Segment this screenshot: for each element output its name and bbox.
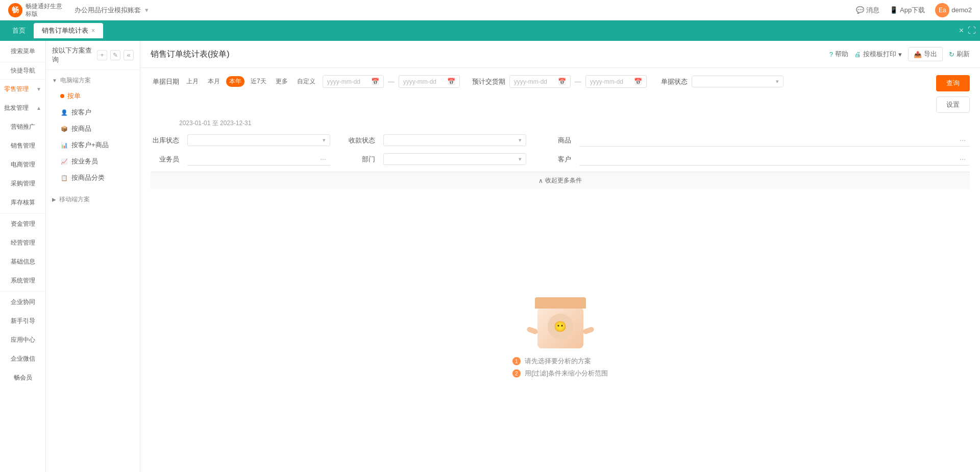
sidebar-item-wholesale[interactable]: 批发管理 ▲ xyxy=(0,99,45,117)
top-bar-right: 💬 消息 📱 App下载 Ea demo2 xyxy=(856,3,972,17)
dept-select[interactable]: ▾ xyxy=(383,153,526,165)
top-bar-left: 畅 畅捷通好生意 标版 办公用品行业模拟账套 ▾ xyxy=(8,3,149,17)
shortcut-last-month[interactable]: 上月 xyxy=(183,76,202,87)
date-range-separator: — xyxy=(388,78,395,85)
collapse-btn[interactable]: ∧ 收起更多条件 xyxy=(538,176,582,185)
scheme-panel-header-icons: + ✎ « xyxy=(97,50,134,60)
scheme-item-by-category[interactable]: 📋 按商品分类 xyxy=(46,170,140,186)
date-end-input[interactable]: yyyy-mm-dd 📅 xyxy=(399,75,460,88)
shortcut-last7[interactable]: 近7天 xyxy=(248,76,270,87)
scheme-item-by-order[interactable]: 按单 xyxy=(46,88,140,104)
scheme-item-by-cust-goods-label: 按客户+商品 xyxy=(71,140,109,150)
tab-active[interactable]: 销售订单统计表 × xyxy=(34,23,103,38)
goods-dots[interactable]: ··· xyxy=(960,136,966,144)
tab-active-label: 销售订单统计表 xyxy=(42,26,88,35)
delivery-status-label: 出库状态 xyxy=(151,136,179,145)
delivery-status-select[interactable]: ▾ xyxy=(187,134,330,146)
top-dropdown-icon[interactable]: ▾ xyxy=(145,6,149,14)
print-dropdown-icon: ▾ xyxy=(898,51,902,58)
sidebar-item-wechat[interactable]: 企业微信 xyxy=(0,349,45,368)
tab-close-btn[interactable]: × xyxy=(91,27,95,34)
user-menu[interactable]: Ea demo2 xyxy=(935,3,972,17)
sidebar-item-ecommerce[interactable]: 电商管理 xyxy=(0,155,45,174)
refresh-btn[interactable]: ↻ 刷新 xyxy=(949,50,970,59)
staff-dots[interactable]: ··· xyxy=(320,155,326,163)
empty-text: 1 请先选择要分析的方案 2 用[过滤]条件来缩小分析范围 xyxy=(512,357,608,381)
scheme-item-by-cust-goods[interactable]: 📊 按客户+商品 xyxy=(46,137,140,153)
quick-nav-btn[interactable]: 快捷导航 xyxy=(0,64,45,77)
scheme-item-by-customer[interactable]: 👤 按客户 xyxy=(46,104,140,121)
sidebar-item-apps[interactable]: 应用中心 xyxy=(0,331,45,349)
shortcut-this-month[interactable]: 本月 xyxy=(205,76,223,87)
filter-area: 单据日期 上月 本月 本年 近7天 更多 自定义 yyyy-mm-dd xyxy=(140,68,980,196)
sidebar-item-operations[interactable]: 经营管理 xyxy=(0,233,45,252)
sidebar-item-inventory[interactable]: 库存核算 xyxy=(0,193,45,212)
sidebar: 搜索菜单 快捷导航 零售管理 ▼ 批发管理 ▲ 营销推广 销售管理 电商管理 采… xyxy=(0,41,46,472)
help-btn[interactable]: ? 帮助 xyxy=(829,50,848,59)
app-download-btn[interactable]: 📱 App下载 xyxy=(890,6,925,15)
help-label: 帮助 xyxy=(835,50,848,59)
sidebar-item-marketing[interactable]: 营销推广 xyxy=(0,117,45,136)
tab-home[interactable]: 首页 xyxy=(4,23,34,38)
expected-date-separator: — xyxy=(575,78,581,85)
window-close-btn[interactable]: × xyxy=(959,26,964,35)
sidebar-item-retail[interactable]: 零售管理 ▼ xyxy=(0,80,45,99)
scheme-item-by-goods[interactable]: 📦 按商品 xyxy=(46,121,140,137)
scheme-item-by-customer-label: 按客户 xyxy=(71,108,91,117)
scheme-group-mobile-arrow: ▶ xyxy=(52,197,56,202)
sidebar-item-basic[interactable]: 基础信息 xyxy=(0,252,45,271)
scheme-group-mobile-title[interactable]: ▶ 移动端方案 xyxy=(46,192,140,207)
expected-date-start-input[interactable]: yyyy-mm-dd 📅 xyxy=(509,75,571,88)
shortcut-this-year[interactable]: 本年 xyxy=(226,76,244,87)
shortcut-custom[interactable]: 自定义 xyxy=(294,76,318,87)
dept-label: 部门 xyxy=(347,155,375,164)
customer-dots[interactable]: ··· xyxy=(960,155,966,163)
sidebar-item-wholesale-label: 批发管理 xyxy=(4,104,29,112)
page-actions: ? 帮助 🖨 按模板打印 ▾ 📤 导出 ↻ 刷新 xyxy=(829,47,970,67)
print-btn[interactable]: 🖨 按模板打印 ▾ xyxy=(854,50,902,59)
settings-btn[interactable]: 设置 xyxy=(936,97,970,113)
expected-end-placeholder: yyyy-mm-dd xyxy=(590,78,623,85)
message-btn[interactable]: 💬 消息 xyxy=(856,6,879,15)
query-btn[interactable]: 查询 xyxy=(936,75,970,91)
message-icon: 💬 xyxy=(856,6,864,14)
action-stack: 查询 设置 xyxy=(936,75,970,113)
expected-start-cal-icon: 📅 xyxy=(558,78,566,85)
top-title: 办公用品行业模拟账套 xyxy=(75,6,141,15)
sidebar-item-finance[interactable]: 资金管理 xyxy=(0,215,45,233)
collapse-row: ∧ 收起更多条件 xyxy=(151,172,970,189)
date-start-cal-icon: 📅 xyxy=(371,78,379,85)
payment-status-select[interactable]: ▾ xyxy=(383,134,526,146)
shortcut-more[interactable]: 更多 xyxy=(273,76,291,87)
print-label: 按模板打印 xyxy=(863,50,896,59)
logo-icon: 畅 xyxy=(8,3,22,17)
logo-area: 畅 畅捷通好生意 标版 xyxy=(8,3,62,17)
scheme-add-btn[interactable]: + xyxy=(97,50,107,60)
sidebar-item-purchase[interactable]: 采购管理 xyxy=(0,174,45,193)
export-btn[interactable]: 📤 导出 xyxy=(908,47,943,61)
message-label: 消息 xyxy=(866,6,879,15)
scheme-group-pc-title[interactable]: ▼ 电脑端方案 xyxy=(46,73,140,88)
date-end-placeholder: yyyy-mm-dd xyxy=(403,78,436,85)
sidebar-item-enterprise[interactable]: 企业协同 xyxy=(0,293,45,312)
expected-date-end-input[interactable]: yyyy-mm-dd 📅 xyxy=(585,75,647,88)
scheme-item-goods-icon: 📦 xyxy=(60,125,68,133)
sidebar-item-system[interactable]: 系统管理 xyxy=(0,271,45,290)
tab-bar-right: × ⛶ xyxy=(959,26,976,35)
scheme-collapse-btn[interactable]: « xyxy=(124,50,134,60)
date-start-input[interactable]: yyyy-mm-dd 📅 xyxy=(323,75,384,88)
search-menu-btn[interactable]: 搜索菜单 xyxy=(4,45,41,58)
empty-illustration: 😶 xyxy=(525,287,596,348)
window-maximize-btn[interactable]: ⛶ xyxy=(968,26,976,35)
expected-end-cal-icon: 📅 xyxy=(634,78,642,85)
sidebar-item-guide[interactable]: 新手引导 xyxy=(0,312,45,331)
sidebar-item-sales[interactable]: 销售管理 xyxy=(0,136,45,155)
sidebar-item-retail-label: 零售管理 xyxy=(4,85,29,93)
sidebar-item-member[interactable]: 畅会员 xyxy=(0,368,45,387)
expected-start-placeholder: yyyy-mm-dd xyxy=(514,78,547,85)
scheme-item-by-staff[interactable]: 📈 按业务员 xyxy=(46,153,140,170)
delivery-status-container: ▾ xyxy=(187,134,330,146)
order-status-select[interactable]: ▾ xyxy=(692,76,783,87)
scheme-edit-btn[interactable]: ✎ xyxy=(110,50,120,60)
user-name: demo2 xyxy=(951,6,972,14)
